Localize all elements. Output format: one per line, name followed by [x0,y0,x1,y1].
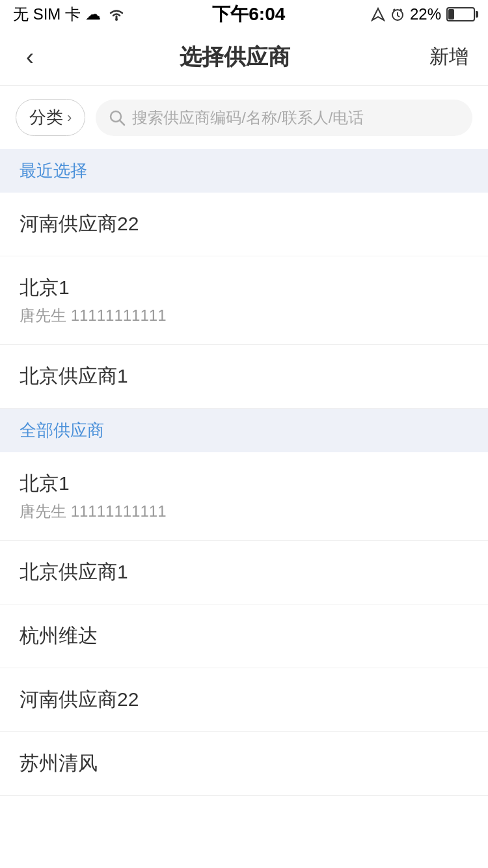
add-button[interactable]: 新增 [429,44,468,70]
svg-line-8 [120,120,124,125]
supplier-name: 河南供应商22 [20,211,468,237]
svg-marker-1 [372,8,384,20]
supplier-name: 杭州维达 [20,623,468,649]
recent-list: 河南供应商22北京1唐先生 11111111111北京供应商1 [0,193,488,409]
all-section-header: 全部供应商 [0,409,488,452]
wifi-icon [106,7,127,21]
back-button[interactable]: ‹ [20,37,40,77]
status-right: 22% [371,5,475,23]
search-icon [109,109,126,126]
list-item[interactable]: 北京1唐先生 11111111111 [0,256,488,345]
supplier-name: 北京1 [20,470,468,497]
svg-line-4 [398,16,400,17]
status-time: 下午6:04 [212,2,285,27]
category-label: 分类 [29,106,63,129]
location-icon [371,7,385,21]
filter-bar: 分类 › 搜索供应商编码/名称/联系人/电话 [0,86,488,149]
battery-percent: 22% [410,5,441,23]
status-left: 无 SIM 卡 ☁ [13,4,127,25]
supplier-sub: 唐先生 11111111111 [20,501,468,522]
list-item[interactable]: 苏州清风 [0,732,488,796]
category-button[interactable]: 分类 › [16,99,85,136]
supplier-sub: 唐先生 11111111111 [20,305,468,326]
list-item[interactable]: 河南供应商22 [0,193,488,256]
page-title: 选择供应商 [180,42,290,72]
battery-icon [446,7,475,21]
list-item[interactable]: 河南供应商22 [0,668,488,732]
list-item[interactable]: 北京供应商1 [0,541,488,604]
list-item[interactable]: 杭州维达 [0,604,488,668]
svg-point-0 [115,18,118,21]
recent-section-header: 最近选择 [0,149,488,193]
supplier-name: 北京1 [20,275,468,301]
status-bar: 无 SIM 卡 ☁ 下午6:04 22% [0,0,488,29]
search-input[interactable]: 搜索供应商编码/名称/联系人/电话 [96,100,472,136]
list-item[interactable]: 北京1唐先生 11111111111 [0,452,488,541]
alarm-icon [390,7,405,21]
search-placeholder: 搜索供应商编码/名称/联系人/电话 [132,107,364,128]
list-item[interactable]: 北京供应商1 [0,345,488,409]
supplier-name: 苏州清风 [20,750,468,777]
chevron-right-icon: › [67,109,72,126]
supplier-name: 北京供应商1 [20,559,468,586]
all-list: 北京1唐先生 11111111111北京供应商1杭州维达河南供应商22苏州清风 [0,452,488,796]
no-sim-label: 无 SIM 卡 ☁ [13,4,101,25]
nav-bar: ‹ 选择供应商 新增 [0,29,488,86]
supplier-name: 河南供应商22 [20,686,468,713]
supplier-name: 北京供应商1 [20,363,468,390]
